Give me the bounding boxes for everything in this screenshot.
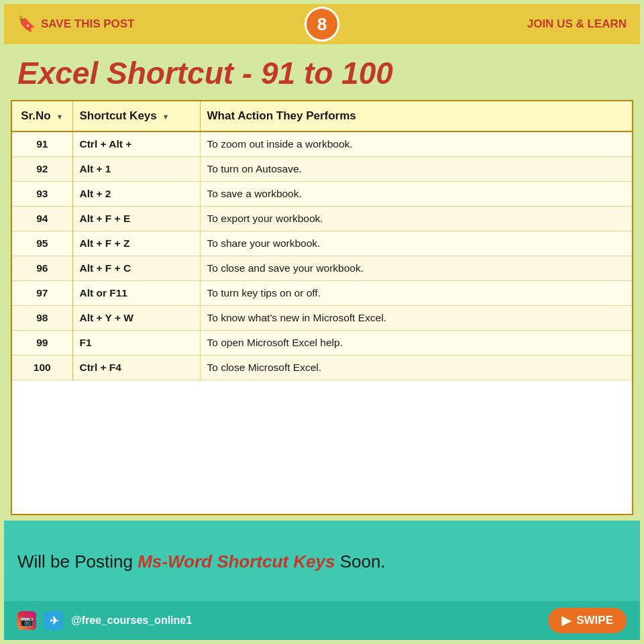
shortcuts-table-container: Sr.No ▼ Shortcut Keys ▼ What Action They… — [11, 100, 633, 515]
cell-keys: Ctrl + Alt + — [72, 131, 200, 157]
social-username: @free_courses_online1 — [71, 614, 192, 627]
cell-action: To zoom out inside a workbook. — [200, 131, 632, 157]
cell-srno: 95 — [12, 231, 72, 256]
table-body: 91Ctrl + Alt +To zoom out inside a workb… — [12, 131, 632, 380]
table-row: 92Alt + 1To turn on Autosave. — [12, 156, 632, 181]
cell-keys: Alt + Y + W — [72, 305, 200, 330]
header-action: What Action They Performs — [200, 101, 632, 131]
bottom-bold-text: Ms-Word Shortcut Keys — [138, 551, 335, 572]
shortcuts-table: Sr.No ▼ Shortcut Keys ▼ What Action They… — [12, 101, 632, 380]
filter-icon[interactable]: ▼ — [56, 113, 63, 121]
table-row: 98Alt + Y + WTo know what's new in Micro… — [12, 305, 632, 330]
bottom-promo-area: Will be Posting Ms-Word Shortcut Keys So… — [4, 521, 640, 601]
cell-keys: Alt + F + C — [72, 256, 200, 280]
cell-srno: 94 — [12, 206, 72, 231]
cell-action: To open Microsoft Excel help. — [200, 330, 632, 355]
swipe-arrow-icon: ▶ — [561, 613, 571, 628]
cell-action: To close and save your workbook. — [200, 256, 632, 280]
table-row: 91Ctrl + Alt +To zoom out inside a workb… — [12, 131, 632, 157]
cell-action: To share your workbook. — [200, 231, 632, 256]
table-row: 99F1To open Microsoft Excel help. — [12, 330, 632, 355]
header-srno: Sr.No ▼ — [12, 101, 72, 131]
table-row: 94Alt + F + ETo export your workbook. — [12, 206, 632, 231]
bottom-end-text: Soon. — [335, 551, 385, 572]
bookmark-icon: 🔖 — [17, 15, 36, 33]
cell-keys: Alt + F + E — [72, 206, 200, 231]
main-title: Excel Shortcut - 91 to 100 — [17, 56, 627, 91]
cell-srno: 92 — [12, 156, 72, 181]
table-row: 95Alt + F + ZTo share your workbook. — [12, 231, 632, 256]
header-keys: Shortcut Keys ▼ — [72, 101, 200, 131]
bottom-plain-text: Will be Posting — [17, 551, 138, 572]
cell-srno: 96 — [12, 256, 72, 280]
badge-number: 8 — [305, 7, 339, 42]
top-bar: 🔖 SAVE THIS POST 8 JOIN US & LEARN — [4, 4, 640, 44]
cell-srno: 99 — [12, 330, 72, 355]
cell-keys: Alt + 1 — [72, 156, 200, 181]
table-row: 100Ctrl + F4To close Microsoft Excel. — [12, 355, 632, 380]
cell-keys: Ctrl + F4 — [72, 355, 200, 380]
table-row: 96Alt + F + CTo close and save your work… — [12, 256, 632, 280]
title-area: Excel Shortcut - 91 to 100 — [4, 44, 640, 100]
page-wrapper: 🔖 SAVE THIS POST 8 JOIN US & LEARN Excel… — [0, 0, 644, 644]
cell-action: To turn key tips on or off. — [200, 280, 632, 305]
cell-keys: Alt or F11 — [72, 280, 200, 305]
cell-keys: F1 — [72, 330, 200, 355]
social-links: 📷 ✈ @free_courses_online1 — [17, 611, 192, 630]
cell-keys: Alt + 2 — [72, 181, 200, 206]
cell-action: To save a workbook. — [200, 181, 632, 206]
telegram-icon[interactable]: ✈ — [44, 611, 63, 630]
cell-srno: 91 — [12, 131, 72, 157]
save-post-text: SAVE THIS POST — [41, 17, 135, 31]
cell-action: To know what's new in Microsoft Excel. — [200, 305, 632, 330]
cell-action: To close Microsoft Excel. — [200, 355, 632, 380]
instagram-icon[interactable]: 📷 — [17, 611, 36, 630]
cell-srno: 100 — [12, 355, 72, 380]
cell-action: To turn on Autosave. — [200, 156, 632, 181]
table-row: 97Alt or F11To turn key tips on or off. — [12, 280, 632, 305]
table-header-row: Sr.No ▼ Shortcut Keys ▼ What Action They… — [12, 101, 632, 131]
filter-icon-2[interactable]: ▼ — [162, 113, 169, 121]
cell-srno: 93 — [12, 181, 72, 206]
swipe-button[interactable]: ▶ SWIPE — [548, 608, 627, 633]
join-us-label: JOIN US & LEARN — [527, 17, 627, 31]
cell-srno: 98 — [12, 305, 72, 330]
table-row: 93Alt + 2To save a workbook. — [12, 181, 632, 206]
footer: 📷 ✈ @free_courses_online1 ▶ SWIPE — [4, 601, 640, 640]
swipe-label: SWIPE — [576, 614, 613, 627]
bottom-promo-text: Will be Posting Ms-Word Shortcut Keys So… — [17, 551, 386, 574]
cell-action: To export your workbook. — [200, 206, 632, 231]
save-post-label: 🔖 SAVE THIS POST — [17, 15, 135, 33]
cell-keys: Alt + F + Z — [72, 231, 200, 256]
cell-srno: 97 — [12, 280, 72, 305]
